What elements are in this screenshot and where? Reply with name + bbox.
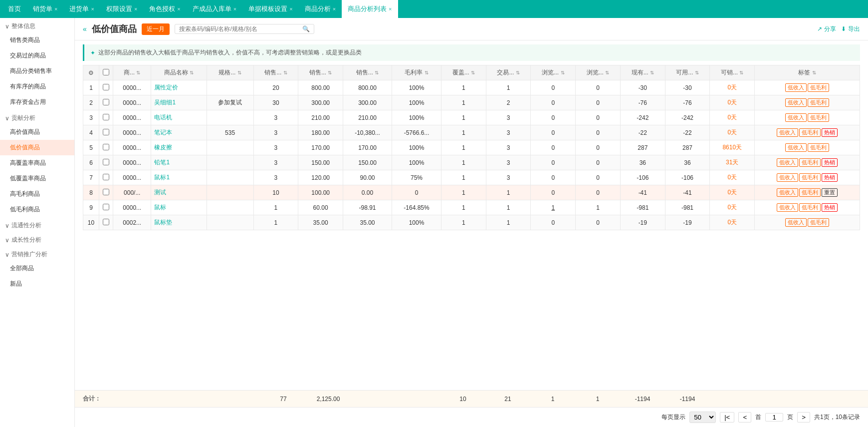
sidebar-group-marketing[interactable]: ∨营销推广分析 [0, 246, 74, 261]
check-all-checkbox[interactable] [103, 69, 109, 75]
sidebar-item-high-value[interactable]: 高价值商品 [0, 124, 74, 140]
row-check[interactable] [99, 125, 113, 140]
row-checkbox[interactable] [103, 204, 109, 210]
row-col1: 3 [253, 170, 298, 185]
export-btn[interactable]: ⬇ 导出 [841, 25, 860, 33]
nav-permissions[interactable]: 权限设置 × [100, 0, 143, 18]
tag-低收入: 低收入 [777, 158, 798, 167]
sidebar-item-high-coverage[interactable]: 高覆盖率商品 [0, 155, 74, 171]
row-checkbox[interactable] [103, 159, 109, 165]
nav-product-analysis[interactable]: 商品分析 × [299, 0, 342, 18]
sidebar-group-circulation[interactable]: ∨流通性分析 [0, 217, 74, 232]
row-col9: -41 [620, 185, 665, 200]
row-tags: 低收入低毛利重置 [755, 185, 860, 200]
row-col9: -981 [620, 200, 665, 215]
prev-page-btn[interactable]: < [738, 412, 751, 423]
nav-template[interactable]: 单据模板设置 × [242, 0, 298, 18]
row-col9: -76 [620, 95, 665, 110]
row-col7[interactable]: 1 [531, 200, 576, 215]
row-col7[interactable]: 0 [531, 125, 576, 140]
row-name[interactable]: 鼠标1 [151, 170, 207, 185]
sidebar-item-low-coverage[interactable]: 低覆盖率商品 [0, 171, 74, 186]
row-checkbox[interactable] [103, 219, 109, 225]
col-coverage: 覆盖... ⇅ [441, 65, 486, 80]
filter-recent-month[interactable]: 近一月 [142, 23, 170, 35]
nav-sales-order[interactable]: 销货单 × [27, 0, 63, 18]
nav-home[interactable]: 首页 [2, 0, 27, 18]
page-size-select[interactable]: 50 100 200 [689, 412, 716, 423]
row-col4: 100% [392, 140, 441, 155]
nav-product-list[interactable]: 商品分析列表 × [342, 0, 398, 18]
row-checkbox[interactable] [103, 99, 109, 105]
col-check-all[interactable] [99, 65, 113, 80]
sidebar-group-overall[interactable]: ∨整体信息 [0, 18, 74, 32]
row-check[interactable] [99, 155, 113, 170]
row-col7[interactable]: 0 [531, 140, 576, 155]
row-checkbox[interactable] [103, 189, 109, 195]
page-input[interactable] [765, 413, 783, 422]
row-code: 0000... [113, 170, 151, 185]
sidebar-item-new-products[interactable]: 新品 [0, 276, 74, 292]
collapse-btn[interactable]: « [83, 25, 87, 33]
row-name[interactable]: 电话机 [151, 110, 207, 125]
row-check[interactable] [99, 215, 113, 230]
row-check[interactable] [99, 185, 113, 200]
row-col7[interactable]: 0 [531, 185, 576, 200]
sidebar-item-all-products[interactable]: 全部商品 [0, 261, 74, 276]
row-col7[interactable]: 0 [531, 155, 576, 170]
next-page-btn[interactable]: > [797, 412, 810, 423]
page-title: 低价值商品 [92, 23, 137, 35]
row-check[interactable] [99, 110, 113, 125]
row-name[interactable]: 笔记本 [151, 125, 207, 140]
row-name[interactable]: 铅笔1 [151, 155, 207, 170]
row-check[interactable] [99, 80, 113, 95]
sidebar-item-category-sales[interactable]: 商品分类销售率 [0, 63, 74, 79]
row-col3: 150.00 [343, 155, 392, 170]
row-col7[interactable]: 0 [531, 80, 576, 95]
sidebar-item-traded[interactable]: 交易过的商品 [0, 48, 74, 63]
sidebar-item-inventory[interactable]: 有库序的商品 [0, 79, 74, 94]
col-code: 商... ⇅ [113, 65, 151, 80]
row-check[interactable] [99, 140, 113, 155]
col-settings[interactable]: ⚙ [83, 65, 99, 80]
sidebar-item-low-value[interactable]: 低价值商品 [0, 140, 74, 155]
row-col1: 3 [253, 125, 298, 140]
share-btn[interactable]: ↗ 分享 [817, 25, 836, 33]
row-name[interactable]: 鼠标垫 [151, 215, 207, 230]
nav-role-auth[interactable]: 角色授权 × [143, 0, 186, 18]
nav-product-storage[interactable]: 产成品入库单 × [187, 0, 242, 18]
row-checkbox[interactable] [103, 84, 109, 90]
sidebar-item-high-margin[interactable]: 高毛利商品 [0, 186, 74, 202]
search-icon[interactable]: 🔍 [302, 25, 310, 32]
row-name[interactable]: 鼠标 [151, 200, 207, 215]
row-name[interactable]: 橡皮擦 [151, 140, 207, 155]
row-check[interactable] [99, 95, 113, 110]
row-name[interactable]: 属性定价 [151, 80, 207, 95]
row-col7[interactable]: 0 [531, 170, 576, 185]
row-check[interactable] [99, 200, 113, 215]
sidebar-item-low-margin[interactable]: 低毛利商品 [0, 202, 74, 217]
row-col7[interactable]: 0 [531, 215, 576, 230]
first-page-btn[interactable]: |< [720, 412, 734, 423]
row-num: 2 [83, 95, 99, 110]
row-checkbox[interactable] [103, 129, 109, 135]
row-col10: 287 [665, 140, 710, 155]
sidebar-item-sales-products[interactable]: 销售类商品 [0, 32, 74, 48]
row-col1: 10 [253, 185, 298, 200]
row-col9: 36 [620, 155, 665, 170]
row-checkbox[interactable] [103, 144, 109, 150]
row-name[interactable]: 吴细细1 [151, 95, 207, 110]
sidebar-group-contribution[interactable]: ∨贡献分析 [0, 110, 74, 124]
row-checkbox[interactable] [103, 114, 109, 120]
row-col7[interactable]: 0 [531, 95, 576, 110]
tag-低收入: 低收入 [785, 113, 807, 122]
row-name[interactable]: 测试 [151, 185, 207, 200]
row-check[interactable] [99, 170, 113, 185]
sidebar-group-growth[interactable]: ∨成长性分析 [0, 232, 74, 246]
row-col7[interactable]: 0 [531, 110, 576, 125]
row-checkbox[interactable] [103, 174, 109, 180]
row-col6: 1 [486, 200, 531, 215]
search-input[interactable] [179, 25, 300, 32]
nav-purchase[interactable]: 进货单 × [63, 0, 100, 18]
sidebar-item-capital[interactable]: 库存资金占用 [0, 94, 74, 110]
